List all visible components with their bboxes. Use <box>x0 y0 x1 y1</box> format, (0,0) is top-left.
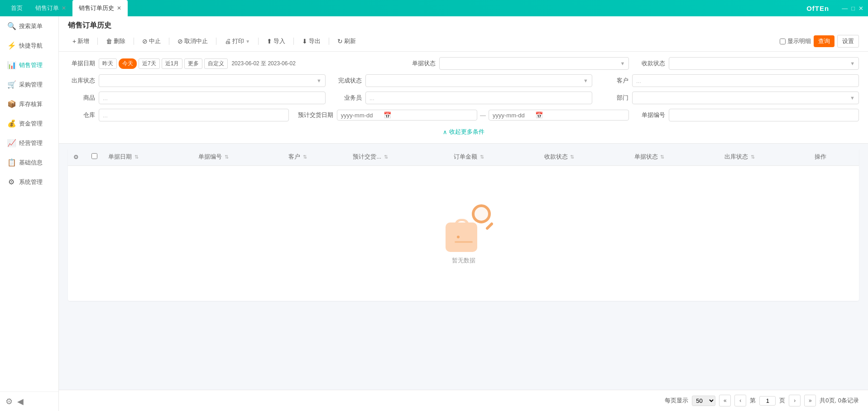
sidebar-item-finance-mgmt[interactable]: 💰 资金管理 <box>0 114 58 133</box>
cancel-stop-button[interactable]: ⊘ 取消中止 <box>173 35 212 47</box>
expected-date-from[interactable]: 📅 <box>337 110 477 121</box>
salesperson-dots[interactable]: ... <box>369 95 374 102</box>
tab-sales-order-close[interactable]: ✕ <box>62 5 66 11</box>
th-number[interactable]: 单据编号 ⇅ <box>193 148 283 166</box>
finance-mgmt-icon: 💰 <box>7 119 15 128</box>
divider-6 <box>293 38 294 45</box>
show-detail-checkbox-label[interactable]: 显示明细 <box>780 37 811 45</box>
th-customer[interactable]: 客户 ⇅ <box>283 148 347 166</box>
filter-payment-status: 收款状态 ▼ <box>638 57 859 70</box>
complete-status-select[interactable]: ▼ <box>365 74 592 87</box>
customer-dots[interactable]: ... <box>636 77 641 84</box>
sort-date-icon[interactable]: ⇅ <box>134 154 139 160</box>
th-expected-date[interactable]: 预计交货... ⇅ <box>347 148 448 166</box>
calendar-to-icon[interactable]: 📅 <box>535 111 543 119</box>
refresh-button[interactable]: ↻ 刷新 <box>333 35 360 47</box>
date-last1month-btn[interactable]: 近1月 <box>162 58 183 69</box>
next-page-btn[interactable]: › <box>789 395 801 406</box>
sidebar-item-inventory-check[interactable]: 📦 库存核算 <box>0 94 58 114</box>
th-payment-status[interactable]: 收款状态 ⇅ <box>539 148 629 166</box>
sort-amount-icon[interactable]: ⇅ <box>480 154 484 160</box>
maximize-btn[interactable]: □ <box>851 5 855 12</box>
add-button[interactable]: + 新增 <box>68 35 94 47</box>
sort-customer-icon[interactable]: ⇅ <box>303 154 307 160</box>
sidebar-settings-icon[interactable]: ⚙ <box>5 396 13 406</box>
prev-page-icon: ‹ <box>739 397 741 404</box>
sidebar-item-quick-nav[interactable]: ⚡ 快捷导航 <box>0 36 58 55</box>
doc-status-select[interactable]: ▼ <box>439 57 629 70</box>
outbound-status-select[interactable]: ▼ <box>99 74 326 87</box>
sort-doc-status-icon[interactable]: ⇅ <box>660 154 664 160</box>
query-button[interactable]: 查询 <box>814 35 834 47</box>
select-all-checkbox[interactable] <box>91 153 97 159</box>
export-label: 导出 <box>309 37 321 45</box>
print-button[interactable]: 🖨 打印 ▼ <box>220 35 254 47</box>
prev-page-btn[interactable]: ‹ <box>734 395 746 406</box>
sort-outbound-status-icon[interactable]: ⇅ <box>751 154 755 160</box>
stop-button[interactable]: ⊘ 中止 <box>138 35 165 47</box>
last-page-btn[interactable]: » <box>804 395 816 406</box>
product-dots[interactable]: ... <box>103 95 108 102</box>
sidebar-item-basic-info[interactable]: 📋 基础信息 <box>0 153 58 172</box>
settings-button[interactable]: 设置 <box>837 35 859 48</box>
department-select[interactable]: ▼ <box>632 92 859 104</box>
th-gear[interactable]: ⚙ <box>68 148 86 166</box>
date-today-btn[interactable]: 今天 <box>119 58 137 69</box>
payment-status-select[interactable]: ▼ <box>669 57 859 70</box>
collapse-row[interactable]: ∧ 收起更多条件 <box>68 126 859 138</box>
date-custom-btn[interactable]: 自定义 <box>204 58 228 69</box>
page-header: 销售订单历史 + 新增 🗑 删除 ⊘ 中止 ⊘ <box>59 16 868 52</box>
th-check[interactable] <box>86 148 103 166</box>
next-page-icon: › <box>794 397 796 404</box>
current-page-input[interactable] <box>759 396 776 406</box>
sort-number-icon[interactable]: ⇅ <box>225 154 229 160</box>
th-doc-status[interactable]: 单据状态 ⇅ <box>629 148 719 166</box>
th-amount[interactable]: 订单金额 ⇅ <box>448 148 538 166</box>
salesperson-label: 业务员 <box>335 94 362 102</box>
date-more-btn[interactable]: 更多 <box>184 58 202 69</box>
sidebar-item-search-menu[interactable]: 🔍 搜索菜单 <box>0 16 58 36</box>
sidebar-item-purchase-mgmt[interactable]: 🛒 采购管理 <box>0 75 58 94</box>
doc-number-input[interactable] <box>669 109 859 121</box>
delete-button[interactable]: 🗑 删除 <box>101 35 130 47</box>
sidebar-bottom: ⚙ ◀ <box>0 392 58 411</box>
page-size-select[interactable]: 10 20 50 100 <box>692 396 715 406</box>
tab-sales-order[interactable]: 销售订单 ✕ <box>29 0 72 16</box>
product-input[interactable]: ... <box>99 92 326 104</box>
date-last7-btn[interactable]: 近7天 <box>139 58 160 69</box>
th-date[interactable]: 单据日期 ⇅ <box>103 148 193 166</box>
salesperson-input[interactable]: ... <box>365 92 592 104</box>
sort-expected-date-icon[interactable]: ⇅ <box>384 154 388 160</box>
empty-state-row: 暂无数据 <box>68 166 859 301</box>
first-page-btn[interactable]: « <box>719 395 731 406</box>
warehouse-input[interactable]: ... <box>99 109 289 121</box>
table-area: ⚙ 单据日期 ⇅ 单据编号 ⇅ <box>59 144 868 390</box>
export-button[interactable]: ⬇ 导出 <box>297 35 325 47</box>
sidebar-item-sales-mgmt[interactable]: 📊 销售管理 <box>0 55 58 75</box>
th-outbound-status-label: 出库状态 <box>724 153 748 160</box>
calendar-from-icon[interactable]: 📅 <box>384 111 391 119</box>
tab-sales-order-history-close[interactable]: ✕ <box>117 5 121 11</box>
filter-date: 单据日期 昨天 今天 近7天 近1月 更多 自定义 2023-06-02 至 2… <box>68 58 399 69</box>
tab-home[interactable]: 首页 <box>5 0 29 16</box>
expected-date-to-input[interactable] <box>493 112 533 119</box>
warehouse-dots[interactable]: ... <box>103 112 108 119</box>
th-outbound-status[interactable]: 出库状态 ⇅ <box>719 148 809 166</box>
sort-payment-status-icon[interactable]: ⇅ <box>570 154 574 160</box>
close-btn[interactable]: ✕ <box>858 5 863 12</box>
doc-number-text-input[interactable] <box>673 112 855 119</box>
expected-date-to[interactable]: 📅 <box>489 110 629 121</box>
tab-sales-order-history[interactable]: 销售订单历史 ✕ <box>72 0 128 16</box>
customer-input[interactable]: ... <box>632 74 859 87</box>
outbound-status-label: 出库状态 <box>68 77 95 85</box>
minimize-btn[interactable]: — <box>842 5 848 12</box>
sidebar-item-ops-mgmt[interactable]: 📈 经营管理 <box>0 133 58 153</box>
expected-date-from-input[interactable] <box>341 112 382 119</box>
gear-icon[interactable]: ⚙ <box>73 154 79 160</box>
sidebar-collapse-icon[interactable]: ◀ <box>17 396 24 406</box>
sidebar-item-system-mgmt[interactable]: ⚙ 系统管理 <box>0 172 58 192</box>
show-detail-checkbox[interactable] <box>780 39 786 44</box>
import-button[interactable]: ⬆ 导入 <box>262 35 290 47</box>
content-area: 销售订单历史 + 新增 🗑 删除 ⊘ 中止 ⊘ <box>59 16 868 411</box>
date-yesterday-btn[interactable]: 昨天 <box>99 58 117 69</box>
